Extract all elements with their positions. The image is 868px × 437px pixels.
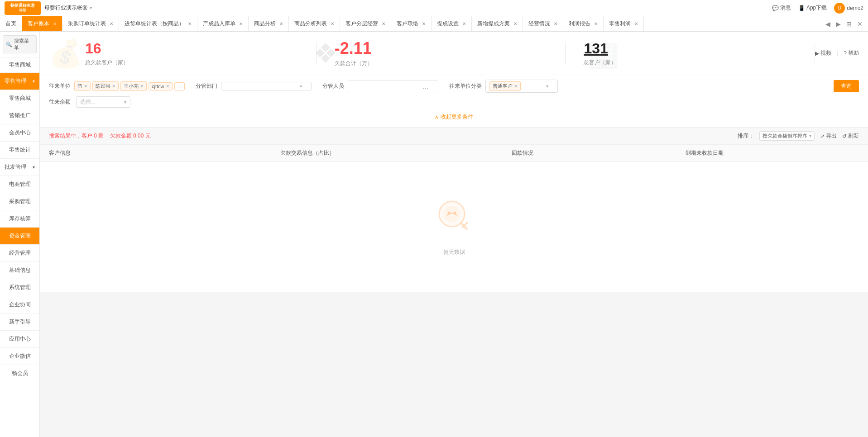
balance-filter-label: 往来余额 — [49, 98, 71, 106]
export-btn[interactable]: ↗ 导出 — [820, 132, 837, 140]
tab-customer-ledger[interactable]: 客户账本 ✕ — [22, 16, 62, 32]
result-bar: 搜索结果中，客户 0 家 欠款金额 0.00 元 排序： 按欠款金额倒序排序 ▾… — [40, 128, 868, 145]
tab-close-icon[interactable]: ✕ — [331, 21, 334, 26]
unit-type-filter-label: 往来单位分类 — [449, 82, 482, 90]
tab-close-icon[interactable]: ✕ — [53, 21, 57, 26]
download-icon: 📱 — [798, 5, 805, 11]
search-menu-btn[interactable]: 🔍 搜索菜单 — [3, 35, 37, 53]
message-btn[interactable]: 💬 消息 — [772, 4, 791, 12]
workspace-selector[interactable]: 母婴行业演示帐套 ▾ — [44, 4, 92, 12]
app-logo: 畅捷通好生意 标版 — [5, 1, 41, 15]
credit-customers-label: 总欠款客户（家） — [85, 59, 129, 66]
message-icon: 💬 — [772, 5, 779, 11]
sidebar-item-basic-info[interactable]: 基础信息 — [0, 262, 39, 279]
tab-customer-contact[interactable]: 客户联络 ✕ — [391, 16, 432, 32]
person-more-icon[interactable]: ... — [422, 82, 428, 90]
stats-bar: 💰 16 总欠款客户（家） ❖ -2.11 欠款合计（万） 🏢 131 总客户（… — [40, 32, 868, 75]
nav-tabs: 首页 客户账本 ✕ 采购订单统计表 ✕ 进货单统计表（按商品） ✕ 产成品入库单… — [0, 16, 868, 32]
sort-chevron-icon: ▾ — [809, 133, 811, 138]
tab-commission-settings[interactable]: 提成设置 ✕ — [432, 16, 472, 32]
help-btn[interactable]: ? 帮助 — [844, 49, 859, 57]
svg-point-2 — [447, 212, 450, 214]
sidebar-item-ecommerce[interactable]: 电商管理 — [0, 176, 39, 193]
remove-unit-type-tag[interactable]: ✕ — [514, 84, 518, 89]
result-actions: 排序： 按欠款金额倒序排序 ▾ ↗ 导出 ↺ 刷新 — [738, 131, 859, 141]
tab-close-icon[interactable]: ✕ — [594, 21, 598, 26]
remove-tag-wang[interactable]: ✕ — [140, 84, 144, 89]
unit-filter-label: 往来单位 — [49, 82, 71, 90]
filter-bar: 往来单位 伍 ✕ 陈民强 ✕ 王小亮 ✕ cjttcw — [40, 75, 868, 128]
tab-close-icon[interactable]: ✕ — [188, 21, 192, 26]
tab-product-in-stock[interactable]: 产成品入库单 ✕ — [197, 16, 249, 32]
sort-select[interactable]: 按欠款金额倒序排序 ▾ — [759, 131, 815, 141]
collapse-filter-btn[interactable]: ∧ 收起更多条件 — [49, 111, 859, 123]
sidebar-item-retail-management[interactable]: 零售管理 ▾ — [0, 73, 39, 90]
sidebar-item-enterprise-collab[interactable]: 企业协同 — [0, 296, 39, 314]
sidebar-item-newbie-guide[interactable]: 新手引导 — [0, 314, 39, 331]
tab-close-icon[interactable]: ✕ — [110, 21, 113, 26]
topbar-left: 畅捷通好生意 标版 母婴行业演示帐套 ▾ — [5, 1, 92, 15]
remove-tag-chen[interactable]: ✕ — [112, 84, 115, 89]
sidebar-item-member-center[interactable]: 会员中心 — [0, 124, 39, 142]
tab-product-analysis[interactable]: 商品分析 ✕ — [249, 16, 289, 32]
remove-tag-cjttcw[interactable]: ✕ — [166, 84, 169, 89]
topbar-right: 💬 消息 📱 App下载 D demo2 — [772, 3, 863, 14]
tab-next-icon[interactable]: ▶ — [834, 19, 843, 28]
tab-close-icon[interactable]: ✕ — [513, 21, 517, 26]
unit-filter-tags: 伍 ✕ 陈民强 ✕ 王小亮 ✕ cjttcw ✕ ... — [74, 81, 185, 91]
more-tags-btn[interactable]: ... — [174, 82, 185, 90]
svg-point-1 — [444, 206, 460, 222]
unit-type-select[interactable]: 普通客户 ✕ ▾ — [485, 80, 558, 93]
sidebar-item-retail-mall[interactable]: 零售商城 — [0, 90, 39, 107]
remove-tag-wu[interactable]: ✕ — [84, 84, 87, 89]
refresh-btn[interactable]: ↺ 刷新 — [842, 132, 859, 140]
stats-bar-actions: ▶ 视频 | ? 帮助 — [815, 49, 859, 57]
nav-tabs-controls: ◀ ▶ ⊞ ✕ — [820, 19, 868, 28]
tab-retail-profit[interactable]: 零售利润 ✕ — [604, 16, 644, 32]
sidebar-item-member[interactable]: 畅会员 — [0, 365, 39, 382]
video-help-btn[interactable]: ▶ 视频 — [815, 49, 831, 57]
sidebar-item-wholesale[interactable]: 批发管理 ▾ — [0, 159, 39, 176]
tab-business-status[interactable]: 经营情况 ✕ — [523, 16, 563, 32]
sidebar: 🔍 搜索菜单 零售商城 零售管理 ▾ 零售商城 营销推广 会员中心 零售统计 批… — [0, 32, 40, 437]
tab-purchase-stats-by-product[interactable]: 进货单统计表（按商品） ✕ — [119, 16, 197, 32]
dept-select[interactable]: ▾ — [221, 82, 312, 90]
tab-profit-report[interactable]: 利润报告 ✕ — [563, 16, 604, 32]
tab-product-analysis-list[interactable]: 商品分析列表 ✕ — [289, 16, 340, 32]
sidebar-item-system[interactable]: 系统管理 — [0, 279, 39, 296]
tab-customer-layer[interactable]: 客户分层经营 ✕ — [340, 16, 391, 32]
sidebar-item-app-center[interactable]: 应用中心 — [0, 331, 39, 348]
empty-text: 暂无数据 — [443, 248, 465, 256]
tab-close-all-icon[interactable]: ✕ — [855, 19, 864, 28]
tab-close-icon[interactable]: ✕ — [634, 21, 638, 26]
tab-close-icon[interactable]: ✕ — [239, 21, 243, 26]
sidebar-item-inventory[interactable]: 库存核算 — [0, 210, 39, 228]
tab-prev-icon[interactable]: ◀ — [824, 19, 832, 28]
app-download-btn[interactable]: 📱 App下载 — [798, 4, 827, 12]
user-menu[interactable]: D demo2 — [834, 3, 863, 14]
query-button[interactable]: 查询 — [834, 80, 859, 92]
tab-close-icon[interactable]: ✕ — [554, 21, 557, 26]
sidebar-item-quick-nav[interactable]: 零售商城 — [0, 57, 39, 73]
tab-purchase-order-stats[interactable]: 采购订单统计表 ✕ — [62, 16, 119, 32]
tab-home[interactable]: 首页 — [0, 16, 22, 32]
sidebar-item-retail-stats[interactable]: 零售统计 — [0, 142, 39, 159]
tab-close-icon[interactable]: ✕ — [462, 21, 466, 26]
col-repayment: 回款情况 — [512, 149, 685, 157]
svg-point-3 — [454, 212, 456, 214]
sidebar-item-finance[interactable]: 资金管理 — [0, 228, 39, 245]
sidebar-item-purchase[interactable]: 采购管理 — [0, 193, 39, 210]
tab-close-icon[interactable]: ✕ — [422, 21, 426, 26]
tab-close-icon[interactable]: ✕ — [279, 21, 283, 26]
person-select[interactable]: ... — [348, 81, 438, 92]
chevron-down-icon: ▾ — [90, 5, 92, 10]
sidebar-item-enterprise-wechat[interactable]: 企业微信 — [0, 348, 39, 365]
sidebar-item-business[interactable]: 经营管理 — [0, 245, 39, 262]
data-table: 客户信息 欠款交易信息（占比） 回款情况 到期未收款日期 — [40, 145, 868, 292]
tab-new-commission[interactable]: 新增提成方案 ✕ — [472, 16, 523, 32]
unit-tag-cjttcw: cjttcw ✕ — [149, 82, 173, 90]
balance-select[interactable]: 选择... ▾ — [76, 96, 130, 108]
tab-close-icon[interactable]: ✕ — [382, 21, 385, 26]
tab-expand-icon[interactable]: ⊞ — [844, 19, 854, 28]
sidebar-item-marketing[interactable]: 营销推广 — [0, 107, 39, 124]
